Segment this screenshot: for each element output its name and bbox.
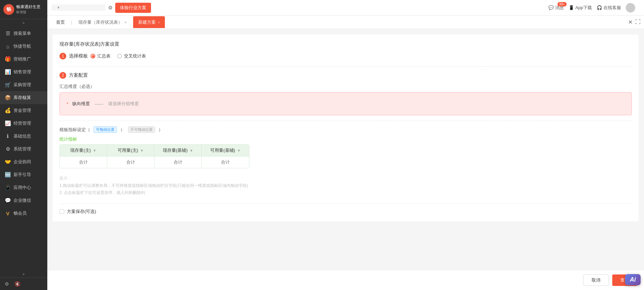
topbar-search-area[interactable]: ▼	[51, 4, 105, 11]
stats-col-2[interactable]: 现存量(基辅) ▼	[154, 145, 202, 156]
stats-section-label: 统计指标	[59, 136, 632, 142]
sidebar-item-label: 搜索菜单	[14, 30, 31, 37]
tip1-text: 1.拖动标题栏可以调整布局，不可跨维度或指标区域拖动栏目字段(只能在同一维度或指…	[59, 182, 632, 190]
config-panel: 现存量(库存状况表)方案设置 1 选择模板 汇总表 交叉统计表	[53, 34, 639, 221]
tips-section: 提示： 1.拖动标题栏可以调整布局，不可跨维度或指标区域拖动栏目字段(只能在同一…	[59, 175, 632, 197]
money-icon: 💰	[5, 107, 11, 114]
tab-home[interactable]: 首页	[51, 17, 70, 28]
trial-button[interactable]: 体验行业方案	[115, 3, 151, 13]
avatar	[626, 3, 635, 13]
tab-close-icon[interactable]: ×	[124, 20, 126, 24]
required-dimension-area[interactable]: * 纵向维度 —— 请选择分组维度	[59, 92, 632, 115]
ops-icon: 📈	[5, 120, 11, 126]
app-download-button[interactable]: 📱 App下载	[569, 5, 592, 11]
message-icon: 💬	[548, 5, 554, 10]
stats-col-3-label: 可用量(基辅)	[210, 147, 235, 153]
sidebar-item-operations[interactable]: 📈 经营管理	[0, 117, 47, 130]
col-1-dropdown-icon[interactable]: ▼	[140, 149, 144, 152]
online-service-button[interactable]: 🎧 在线客服	[597, 5, 621, 11]
sidebar-item-newuser[interactable]: 🆕 新手引导	[0, 168, 47, 181]
col-2-dropdown-icon[interactable]: ▼	[190, 149, 193, 152]
stats-col-3[interactable]: 可用量(基辅) ▼	[202, 145, 249, 156]
sidebar-item-appstore[interactable]: 📱 应用中心	[0, 181, 47, 194]
sidebar-item-label: 系统管理	[14, 146, 31, 152]
box-icon: 📦	[5, 95, 11, 101]
indicators-header: 模板指标设定（ 可拖动位置 ） 不可拖动位置 ）	[59, 126, 632, 133]
sidebar-item-purchase[interactable]: 🛒 采购管理	[0, 78, 47, 91]
sidebar: 畅 畅康通好生意 标准版 ▲ ☰ 搜索菜单 ⌂ 快捷导航 🎁 营销推广 📊 销售…	[0, 0, 47, 290]
mute-icon[interactable]: 🔇	[15, 281, 20, 287]
tip2-text: 2. 点击标题栏下拉可设置排序、插入列和删除列	[59, 189, 632, 197]
stats-col-0-label: 现存量(主)	[70, 147, 91, 153]
cancel-button[interactable]: 取消	[583, 274, 609, 286]
divider1	[59, 66, 632, 67]
dimension-placeholder: 请选择分组维度	[108, 101, 139, 107]
stats-cell-3: 合计	[202, 156, 249, 168]
logo-icon: 畅	[3, 4, 14, 15]
sidebar-item-cooperation[interactable]: 🤝 企业协同	[0, 155, 47, 168]
tab-inventory-status[interactable]: 现存量（库存状况表） ×	[73, 16, 131, 28]
ai-badge[interactable]: Ai	[625, 274, 641, 285]
sidebar-item-system[interactable]: ⚙ 系统管理	[0, 143, 47, 155]
sidebar-item-quick-nav[interactable]: ⌂ 快捷导航	[0, 40, 47, 53]
save-checkbox-row: 方案保存(可选)	[59, 203, 632, 215]
topbar: ▼ ⚙ 体验行业方案 💬 消息 99+ 📱 App下载 🎧 在线客服	[47, 0, 644, 16]
stats-cell-0: 合计	[60, 156, 107, 168]
window-close-icon[interactable]: ✕	[628, 19, 633, 25]
dropdown-icon: ▼	[57, 6, 60, 9]
sidebar-item-vip[interactable]: V 畅会员	[0, 207, 47, 220]
tab-new-scheme-label: 新建方案	[138, 19, 156, 25]
tips-title: 提示：	[59, 176, 72, 180]
window-expand-icon[interactable]: ⛶	[635, 19, 641, 25]
sidebar-item-label: 应用中心	[14, 185, 31, 191]
stats-table-header: 现存量(主) ▼ 可用量(主) ▼ 现存量(基辅) ▼	[60, 145, 249, 156]
app-version: 标准版	[16, 10, 41, 15]
sidebar-logo: 畅 畅康通好生意 标准版	[0, 0, 47, 19]
save-checkbox[interactable]	[59, 209, 64, 214]
sidebar-scroll-down[interactable]: ▼	[0, 271, 47, 277]
sidebar-item-search[interactable]: ☰ 搜索菜单	[0, 27, 47, 40]
stats-section: 统计指标 现存量(主) ▼ 可用量(主) ▼	[59, 136, 632, 169]
settings-icon[interactable]: ⚙	[5, 281, 9, 287]
step1-badge: 1	[59, 53, 66, 59]
stats-col-0[interactable]: 现存量(主) ▼	[60, 145, 107, 156]
indicators-close2: ）	[158, 127, 163, 133]
topbar-gear-icon[interactable]: ⚙	[108, 5, 113, 11]
sidebar-bottom: ⚙ 🔇	[0, 277, 47, 290]
topbar-left: ▼ ⚙ 体验行业方案	[51, 3, 545, 13]
message-button[interactable]: 💬 消息 99+	[548, 5, 564, 11]
sidebar-item-finance[interactable]: 💰 资金管理	[0, 104, 47, 117]
sidebar-item-basics[interactable]: ℹ 基础信息	[0, 130, 47, 143]
sidebar-items: ☰ 搜索菜单 ⌂ 快捷导航 🎁 营销推广 📊 销售管理 🛒 采购管理 📦 库存核…	[0, 26, 47, 271]
tab-new-scheme-close-icon[interactable]: ×	[158, 20, 160, 24]
sidebar-item-wechat[interactable]: 💬 企业微信	[0, 194, 47, 207]
template-radio-group: 汇总表 交叉统计表	[91, 53, 146, 59]
sidebar-item-label: 经营管理	[14, 120, 31, 126]
tab-new-scheme[interactable]: 新建方案 ×	[133, 16, 165, 28]
wechat-icon: 💬	[5, 197, 11, 203]
sidebar-item-label: 畅会员	[14, 210, 27, 216]
radio-summary-table[interactable]: 汇总表	[91, 53, 110, 59]
sidebar-item-label: 基础信息	[14, 133, 31, 139]
col-0-dropdown-icon[interactable]: ▼	[93, 149, 96, 152]
content-area: 现存量(库存状况表)方案设置 1 选择模板 汇总表 交叉统计表	[47, 29, 644, 270]
handshake-icon: 🤝	[5, 159, 11, 165]
window-controls: ✕ ⛶	[628, 19, 644, 25]
stats-table: 现存量(主) ▼ 可用量(主) ▼ 现存量(基辅) ▼	[59, 144, 249, 168]
dimension-row: * 纵向维度 —— 请选择分组维度	[67, 101, 625, 107]
tab-inventory-label: 现存量（库存状况表）	[78, 19, 122, 25]
radio-cross-label: 交叉统计表	[124, 53, 146, 59]
headset-icon: 🎧	[597, 5, 602, 10]
app-download-label: App下载	[575, 5, 592, 11]
col-3-dropdown-icon[interactable]: ▼	[237, 149, 241, 152]
sidebar-item-inventory[interactable]: 📦 库存核算	[0, 91, 47, 104]
save-label: 方案保存(可选)	[67, 209, 96, 215]
sidebar-item-marketing[interactable]: 🎁 营销推广	[0, 53, 47, 66]
sidebar-item-label: 快捷导航	[14, 43, 31, 49]
stats-col-1[interactable]: 可用量(主) ▼	[107, 145, 154, 156]
sidebar-item-sales[interactable]: 📊 销售管理	[0, 66, 47, 78]
sidebar-scroll-up[interactable]: ▲	[0, 19, 47, 26]
app-name: 畅康通好生意	[16, 4, 41, 10]
topbar-right: 💬 消息 99+ 📱 App下载 🎧 在线客服	[548, 3, 640, 13]
radio-cross-table[interactable]: 交叉统计表	[117, 53, 146, 59]
